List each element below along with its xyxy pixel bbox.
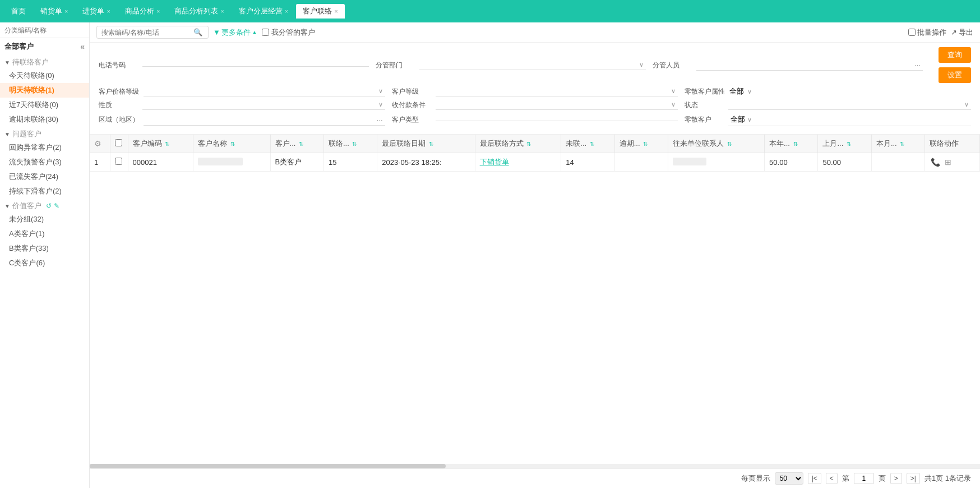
next-page-button[interactable]: >	[890, 473, 902, 484]
close-icon[interactable]: ×	[64, 8, 68, 15]
query-button[interactable]: 查询	[939, 47, 971, 63]
col-checkbox[interactable]	[110, 135, 128, 153]
col-unit-contact-header[interactable]: 往来单位联系人 ⇅	[668, 135, 765, 153]
sidebar-item-7days-pending[interactable]: 近7天待联络(0)	[0, 98, 89, 112]
first-page-button[interactable]: |<	[808, 473, 821, 484]
dots-icon[interactable]: ···	[377, 116, 383, 124]
sidebar-item-tomorrow-pending[interactable]: 明天待联络(1)	[0, 83, 89, 98]
status-select[interactable]: ∨	[728, 100, 971, 110]
nature-select[interactable]: ∨	[142, 100, 385, 110]
sort-icon[interactable]: ⇅	[900, 141, 904, 147]
col-this-year-header[interactable]: 本年... ⇅	[765, 135, 818, 153]
close-icon[interactable]: ×	[334, 8, 338, 15]
customer-type-select[interactable]	[436, 118, 678, 121]
close-icon[interactable]: ×	[107, 8, 110, 15]
sort-icon[interactable]: ⇅	[847, 141, 851, 147]
person-select[interactable]: ···	[696, 59, 923, 71]
sidebar-item-today-pending[interactable]: 今天待联络(0)	[0, 68, 89, 83]
sort-icon[interactable]: ⇅	[727, 141, 732, 147]
chevron-down-icon: ∨	[671, 88, 676, 95]
edit-icon[interactable]: ✎	[54, 202, 59, 210]
col-settings[interactable]: ⚙	[90, 135, 110, 153]
chevron-down-icon: ∨	[639, 61, 644, 68]
sort-icon[interactable]: ⇅	[526, 141, 531, 147]
search-box[interactable]: 🔍	[96, 26, 209, 39]
row-select-checkbox[interactable]	[115, 158, 122, 165]
col-last-month-header[interactable]: 上月... ⇅	[818, 135, 871, 153]
col-last-contact-date-header[interactable]: 最后联络日期 ⇅	[377, 135, 475, 153]
export-button[interactable]: ↗ 导出	[951, 27, 973, 38]
col-this-month-header[interactable]: 本月... ⇅	[871, 135, 924, 153]
gear-icon[interactable]: ⚙	[94, 139, 101, 148]
page-number-input[interactable]	[854, 473, 874, 484]
sidebar-item-continuous-decline[interactable]: 持续下滑客户(2)	[0, 184, 89, 199]
bulk-checkbox[interactable]	[908, 29, 916, 36]
sidebar-search-input[interactable]	[4, 26, 89, 34]
col-code-header[interactable]: 客户编码 ⇅	[128, 135, 193, 153]
col-uncontacted-header[interactable]: 未联... ⇅	[561, 135, 614, 153]
col-overdue-header[interactable]: 逾期... ⇅	[614, 135, 668, 153]
refresh-icon[interactable]: ↺	[46, 202, 52, 210]
col-name-header[interactable]: 客户名称 ⇅	[193, 135, 270, 153]
nav-sales-order[interactable]: 销货单 ×	[34, 4, 75, 19]
close-icon[interactable]: ×	[285, 8, 288, 15]
close-icon[interactable]: ×	[220, 8, 224, 15]
nav-customer-contact[interactable]: 客户联络 ×	[296, 4, 344, 19]
customer-level-select[interactable]: ∨	[436, 86, 678, 96]
price-level-select[interactable]: ∨	[144, 86, 385, 96]
more-conditions-button[interactable]: ▼ 更多条件 ▲	[213, 27, 257, 38]
collapse-icon[interactable]: «	[80, 42, 85, 51]
region-select[interactable]: ···	[144, 114, 385, 126]
filter-row-3: 性质 ∨ 收付款条件 ∨ 状态	[99, 100, 971, 110]
chevron-down-icon: ∨	[378, 101, 383, 108]
prev-page-button[interactable]: <	[826, 473, 838, 484]
col-type-header[interactable]: 客户... ⇅	[270, 135, 323, 153]
col-contact-header[interactable]: 联络... ⇅	[323, 135, 377, 153]
retail-customer-select[interactable]: 全部 ∨	[728, 113, 971, 126]
grid-action-icon[interactable]: ⊞	[945, 158, 951, 167]
sidebar-item-overdue-pending[interactable]: 逾期未联络(30)	[0, 112, 89, 127]
bulk-action-button[interactable]: 批量操作	[908, 27, 946, 38]
sidebar-item-c-class[interactable]: C类客户(6)	[0, 256, 89, 270]
sidebar-item-ungrouped[interactable]: 未分组(32)	[0, 212, 89, 227]
nav-product-analysis[interactable]: 商品分析 ×	[118, 4, 167, 19]
nav-purchase-order[interactable]: 进货单 ×	[76, 4, 117, 19]
search-icon[interactable]: 🔍	[193, 28, 202, 36]
per-page-select[interactable]: 50 100 200	[775, 472, 803, 485]
phone-select[interactable]	[142, 64, 369, 67]
sidebar-item-churn-warning[interactable]: 流失预警客户(3)	[0, 155, 89, 169]
row-last-contact-method[interactable]: 下销货单	[475, 153, 561, 172]
sort-icon[interactable]: ⇅	[299, 141, 303, 147]
scrollbar-thumb[interactable]	[90, 464, 446, 468]
select-all-checkbox[interactable]	[115, 139, 122, 146]
last-page-button[interactable]: >|	[907, 473, 920, 484]
row-code: 000021	[128, 153, 193, 172]
nav-customer-layered[interactable]: 客户分层经营 ×	[232, 4, 295, 19]
dept-select[interactable]: ∨	[419, 60, 646, 70]
nav-home[interactable]: 首页	[4, 4, 33, 19]
sort-icon[interactable]: ⇅	[590, 141, 594, 147]
payment-select[interactable]: ∨	[436, 100, 678, 110]
col-last-contact-method-header[interactable]: 最后联络方式 ⇅	[475, 135, 561, 153]
sort-icon[interactable]: ⇅	[165, 141, 169, 147]
my-customers-checkbox[interactable]: 我分管的客户	[262, 27, 315, 38]
close-icon[interactable]: ×	[156, 8, 160, 15]
row-checkbox[interactable]	[110, 153, 128, 172]
nav-product-analysis-list[interactable]: 商品分析列表 ×	[168, 4, 230, 19]
sidebar-item-already-churned[interactable]: 已流失客户(24)	[0, 169, 89, 184]
sort-icon[interactable]: ⇅	[352, 141, 357, 147]
sort-icon[interactable]: ⇅	[429, 141, 433, 147]
phone-action-icon[interactable]: 📞	[931, 158, 940, 167]
sort-icon[interactable]: ⇅	[793, 141, 798, 147]
status-field: 状态 ∨	[685, 100, 971, 110]
search-input[interactable]	[101, 29, 191, 36]
dots-icon[interactable]: ···	[914, 61, 921, 69]
sidebar-item-b-class[interactable]: B类客户(33)	[0, 241, 89, 256]
sort-icon[interactable]: ⇅	[230, 141, 235, 147]
sidebar-item-repurchase-abnormal[interactable]: 回购异常客户(2)	[0, 140, 89, 155]
horizontal-scrollbar[interactable]	[90, 464, 980, 468]
sort-icon[interactable]: ⇅	[643, 141, 648, 147]
my-customers-check[interactable]	[262, 29, 269, 36]
sidebar-item-a-class[interactable]: A类客户(1)	[0, 227, 89, 241]
settings-button[interactable]: 设置	[939, 67, 971, 83]
